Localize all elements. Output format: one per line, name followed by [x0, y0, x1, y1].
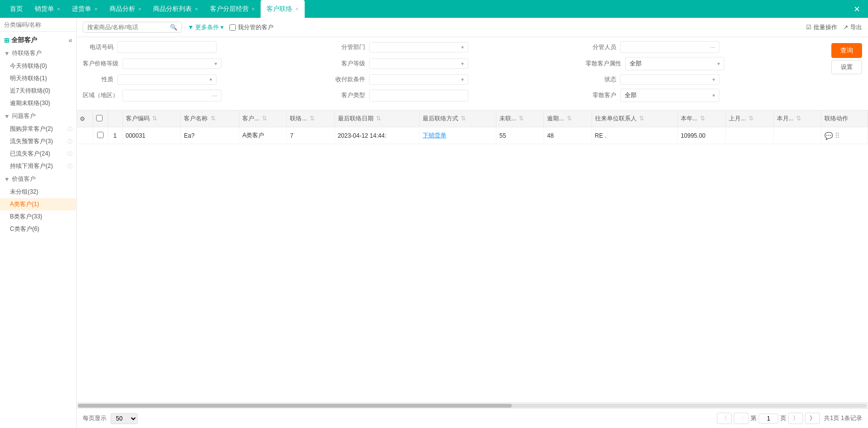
table-scroll-area[interactable]: ⚙ 客户编码 ⇅ 客户名称 ⇅ 客户... ⇅ 联络... ⇅ 最后联络日期 ⇅…: [77, 110, 868, 402]
my-customers-checkbox[interactable]: [229, 24, 236, 31]
sidebar-item-今天待联络(0)[interactable]: 今天待联络(0): [0, 60, 76, 72]
scroll-thumb[interactable]: [78, 404, 512, 408]
info-icon[interactable]: ⓘ: [67, 126, 72, 133]
region-select[interactable]: ···: [122, 90, 221, 102]
action-more-icon[interactable]: ⠿: [835, 132, 840, 140]
overdue-column-header[interactable]: 逾期... ⇅: [544, 110, 592, 127]
nav-item-商品分析[interactable]: 商品分析×: [104, 0, 147, 18]
next-page-button[interactable]: 〉: [788, 413, 803, 424]
filter-search-icon[interactable]: 🔍: [170, 24, 177, 31]
horizontal-scrollbar[interactable]: [77, 402, 868, 408]
export-button[interactable]: ↗ 导出: [843, 23, 862, 32]
customer-type-label: 客户类型: [334, 91, 369, 100]
info-icon[interactable]: ⓘ: [67, 138, 72, 145]
more-conditions-label: 更多条件: [195, 23, 219, 32]
price-level-label: 客户价格等级: [83, 59, 122, 68]
nav-close-icon[interactable]: ×: [138, 6, 141, 12]
type-column-header[interactable]: 客户... ⇅: [239, 110, 287, 127]
action-chat-icon[interactable]: 💬: [824, 132, 833, 140]
payment-select[interactable]: ▾: [369, 74, 468, 85]
filter-search-input[interactable]: [87, 24, 170, 31]
unit-contact-column-header[interactable]: 往来单位联系人 ⇅: [592, 110, 677, 127]
this-month-column-header[interactable]: 本月... ⇅: [773, 110, 821, 127]
customer-level-select[interactable]: ▾: [369, 58, 468, 69]
sidebar-item-近7天待联络(0)[interactable]: 近7天待联络(0): [0, 85, 76, 97]
nav-close-icon[interactable]: ×: [57, 6, 60, 12]
sidebar-item-持续下滑客户(2)[interactable]: 持续下滑客户(2)ⓘ: [0, 160, 76, 172]
this-year-column-header[interactable]: 本年... ⇅: [677, 110, 725, 127]
select-all-checkbox[interactable]: [96, 115, 103, 121]
sidebar-all-customers-label[interactable]: 全部客户: [11, 36, 37, 45]
retail-attr-value: 全部: [630, 59, 642, 68]
nav-close-icon[interactable]: ×: [252, 6, 255, 12]
no-contact-column-header[interactable]: 未联... ⇅: [496, 110, 544, 127]
last-contact-method-column-header[interactable]: 最后联络方式 ⇅: [420, 110, 496, 127]
nav-close-icon[interactable]: ×: [195, 6, 198, 12]
filter-row-2: 客户价格等级 ▾ 客户等级 ▾: [83, 57, 825, 70]
page-number-input[interactable]: [759, 414, 778, 424]
last-page-button[interactable]: 》: [805, 413, 820, 424]
manager-select[interactable]: ···: [620, 41, 719, 53]
contact-column-header[interactable]: 联络... ⇅: [287, 110, 334, 127]
gear-column-header[interactable]: ⚙: [77, 110, 93, 127]
nav-item-首页[interactable]: 首页: [4, 0, 29, 18]
name-column-header[interactable]: 客户名称 ⇅: [181, 110, 239, 127]
nav-item-客户分层经营[interactable]: 客户分层经营×: [204, 0, 261, 18]
info-icon[interactable]: ⓘ: [67, 163, 72, 170]
sidebar-item-逾期未联络(30)[interactable]: 逾期未联络(30): [0, 97, 76, 109]
sidebar-item-A类客户(1)[interactable]: A类客户(1): [0, 198, 76, 211]
region-dots-icon: ···: [212, 92, 217, 99]
info-icon[interactable]: ⓘ: [67, 151, 72, 158]
row-this-month-cell: [773, 127, 821, 144]
nav-item-商品分析列表[interactable]: 商品分析列表×: [147, 0, 204, 18]
sidebar-collapse-button[interactable]: «: [68, 36, 72, 44]
last-contact-date-column-header[interactable]: 最后联络日期 ⇅: [334, 110, 419, 127]
prev-page-button[interactable]: 〈: [734, 413, 749, 424]
nav-close-icon[interactable]: ×: [295, 6, 298, 12]
sidebar-item-流失预警客户(3)[interactable]: 流失预警客户(3)ⓘ: [0, 135, 76, 148]
row-num-cell: 1: [108, 127, 122, 144]
sidebar-search-input[interactable]: [4, 21, 77, 28]
page-size-select[interactable]: 50 100 200: [110, 413, 138, 424]
status-select[interactable]: ▾: [620, 74, 719, 85]
sidebar-item-未分组(32)[interactable]: 未分组(32): [0, 186, 76, 198]
sidebar-item-已流失客户(24)[interactable]: 已流失客户(24)ⓘ: [0, 148, 76, 160]
retail-attr-select[interactable]: 全部 ▾: [625, 57, 724, 70]
retail-customer-select[interactable]: 全部 ▾: [620, 89, 719, 102]
price-level-select[interactable]: ▾: [122, 58, 221, 69]
sidebar-grid-icon: ⊞: [4, 37, 9, 44]
sidebar-item-囤购异常客户(2)[interactable]: 囤购异常客户(2)ⓘ: [0, 123, 76, 135]
customer-type-input[interactable]: [369, 90, 468, 102]
nature-select[interactable]: ▾: [117, 74, 217, 85]
first-page-button[interactable]: 《: [717, 413, 732, 424]
batch-operations-button[interactable]: ☑ 批量操作: [806, 23, 837, 32]
sidebar-item-明天待联络(1)[interactable]: 明天待联络(1): [0, 72, 76, 85]
sidebar-section-问题客户[interactable]: ▼问题客户: [0, 109, 76, 123]
row-unit-contact-cell: RE .: [592, 127, 677, 144]
query-button[interactable]: 查询: [831, 43, 862, 58]
more-conditions-arrow: ▾: [220, 24, 223, 31]
sidebar-search-container: 🔍: [0, 18, 76, 32]
sidebar-section-待联络客户[interactable]: ▼待联络客户: [0, 47, 76, 60]
sidebar-item-C类客户(6)[interactable]: C类客户(6): [0, 223, 76, 235]
phone-input[interactable]: [117, 41, 217, 53]
dept-select[interactable]: ▾: [369, 42, 468, 53]
row-checkbox[interactable]: [97, 132, 104, 138]
nav-item-客户联络[interactable]: 客户联络×: [261, 0, 304, 18]
my-customers-checkbox-container: 我分管的客户: [229, 23, 273, 32]
sidebar-item-B类客户(33)[interactable]: B类客户(33): [0, 211, 76, 223]
last-contact-method-link[interactable]: 下销货单: [423, 132, 446, 139]
row-no-contact-cell: 55: [496, 127, 544, 144]
nav-close-icon[interactable]: ×: [94, 6, 97, 12]
nav-item-进货单[interactable]: 进货单×: [66, 0, 103, 18]
close-window-button[interactable]: ✕: [850, 4, 864, 14]
code-column-header[interactable]: 客户编码 ⇅: [122, 110, 181, 127]
last-month-column-header[interactable]: 上月... ⇅: [726, 110, 773, 127]
sidebar-section-价值客户[interactable]: ▼价值客户: [0, 172, 76, 186]
nav-item-销货单[interactable]: 销货单×: [29, 0, 66, 18]
settings-button[interactable]: 设置: [831, 60, 862, 74]
filter-search-container: 🔍: [83, 22, 182, 33]
status-label: 状态: [586, 75, 620, 84]
top-navigation: 首页销货单×进货单×商品分析×商品分析列表×客户分层经营×客户联络× ✕: [0, 0, 868, 18]
more-conditions-button[interactable]: ▼ 更多条件 ▾: [188, 23, 223, 32]
